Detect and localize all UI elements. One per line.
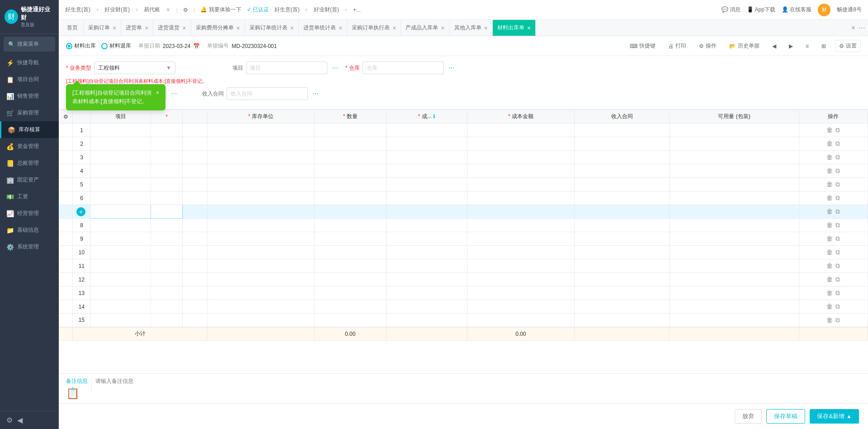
row-copy[interactable]: ⧉	[835, 276, 840, 283]
sidebar-item-payroll[interactable]: 💵 工资	[0, 188, 59, 205]
row-cost-amount[interactable]	[467, 124, 575, 137]
row-delete[interactable]: 🗑	[826, 289, 833, 297]
tab-other-inbound[interactable]: 其他入库单 ×	[450, 20, 493, 36]
topbar-haoyecai[interactable]: 好业财(首)	[104, 6, 130, 14]
project-dots-icon[interactable]: ···	[332, 64, 338, 72]
project-input[interactable]: 项目	[246, 62, 327, 74]
sidebar-item-project[interactable]: 📋 项目合同	[0, 71, 59, 88]
tab-close-incoming[interactable]: ×	[145, 25, 148, 31]
sidebar-item-accounting[interactable]: 📒 总账管理	[0, 155, 59, 172]
topbar-username[interactable]: 畅捷通8号	[837, 6, 862, 14]
topbar-app[interactable]: 📱 App下载	[747, 6, 775, 14]
row-delete[interactable]: 🗑	[826, 140, 833, 148]
tab-purchase-exec[interactable]: 采购订单执行表 ×	[347, 20, 401, 36]
row-delete[interactable]: 🗑	[826, 221, 833, 229]
income-contract-dots-icon[interactable]: ···	[312, 90, 318, 98]
row-project[interactable]	[91, 124, 151, 137]
tab-incoming[interactable]: 进货单 ×	[121, 20, 153, 36]
row-material[interactable]	[151, 124, 182, 137]
notes-input[interactable]	[95, 377, 861, 391]
sidebar-item-purchase[interactable]: 🛒 采购管理	[0, 105, 59, 121]
operate-btn[interactable]: ⚙ 操作	[695, 40, 720, 52]
sidebar-item-basic[interactable]: 📁 基础信息	[0, 222, 59, 238]
row-income-contract[interactable]	[574, 124, 670, 137]
row-delete[interactable]: 🗑	[826, 181, 833, 188]
nav-prev-btn[interactable]: ◀	[769, 41, 780, 51]
row-copy[interactable]: ⧉	[835, 235, 840, 243]
row-input-col1[interactable]	[91, 205, 151, 219]
tab-purchase-order[interactable]: 采购订单 ×	[84, 20, 121, 36]
tab-incoming-stats[interactable]: 进货单统计表 ×	[299, 20, 347, 36]
tab-home[interactable]: 首页	[61, 20, 84, 36]
row-copy[interactable]: ⧉	[835, 248, 840, 256]
income-contract-input[interactable]: 收入合同	[226, 87, 308, 100]
sidebar-item-system[interactable]: ⚙️ 系统管理	[0, 238, 59, 255]
sidebar-item-finance[interactable]: 💰 资金管理	[0, 138, 59, 155]
tab-close-all[interactable]: ×	[851, 24, 855, 32]
save-draft-btn[interactable]: 保存草稿	[766, 409, 805, 424]
row-copy[interactable]: ⧉	[835, 153, 840, 161]
tab-close-purchase-expense[interactable]: ×	[236, 25, 240, 31]
row-input-col2[interactable]	[151, 205, 182, 219]
save-new-btn[interactable]: 保存&新增 ▲	[810, 409, 859, 424]
col-settings[interactable]: ⚙	[59, 110, 73, 124]
tab-close-material-outbound[interactable]: ×	[527, 25, 531, 31]
row-copy[interactable]: ⧉	[835, 262, 840, 270]
row-copy[interactable]: ⧉	[835, 208, 840, 215]
settings-icon[interactable]: ⚙	[6, 416, 13, 424]
row-delete[interactable]: 🗑	[826, 235, 833, 243]
business-type-input[interactable]: 工程领料 ▼	[94, 62, 175, 74]
row-copy[interactable]: ⧉	[835, 181, 840, 188]
tab-close-finished-goods[interactable]: ×	[441, 25, 444, 31]
row-delete[interactable]: 🗑	[826, 316, 833, 324]
sidebar-item-sales[interactable]: 📊 销售管理	[0, 88, 59, 105]
row-quantity[interactable]	[314, 124, 386, 137]
topbar-more[interactable]: +...	[353, 7, 361, 13]
print-btn[interactable]: 🖨 打印	[665, 40, 690, 52]
topbar-service[interactable]: 👤 在线客服	[782, 6, 811, 14]
tab-close-purchase-order[interactable]: ×	[113, 25, 116, 31]
warehouse-input[interactable]: 仓库	[363, 62, 444, 74]
row-delete[interactable]: 🗑	[826, 303, 833, 310]
cost-info-icon[interactable]: ℹ	[433, 113, 435, 119]
row-copy[interactable]: ⧉	[835, 316, 840, 324]
sidebar-item-assets[interactable]: 🏢 固定资产	[0, 172, 59, 188]
sidebar-item-inventory[interactable]: 📦 库存核算	[0, 121, 59, 138]
row-available[interactable]	[670, 124, 799, 137]
radio-material-return[interactable]: 材料退库	[101, 42, 131, 50]
row-copy[interactable]: ⧉	[835, 221, 840, 229]
nav-next-btn[interactable]: ▶	[785, 41, 797, 51]
agent-dots-icon[interactable]: ···	[171, 90, 177, 98]
tooltip-close[interactable]: ×	[156, 89, 159, 97]
row-delete[interactable]: 🗑	[826, 153, 833, 161]
tab-close-incoming-stats[interactable]: ×	[339, 25, 342, 31]
tab-close-purchase-stats[interactable]: ×	[290, 25, 294, 31]
view-list-btn[interactable]: ≡	[802, 41, 812, 51]
topbar-haoshengyi2[interactable]: 好生意(首)	[274, 6, 300, 14]
tab-expand[interactable]: ⋯	[858, 24, 865, 32]
tab-close-incoming-return[interactable]: ×	[182, 25, 186, 31]
shortcut-btn[interactable]: ⌨ 快捷键	[626, 40, 659, 52]
tab-finished-goods[interactable]: 产成品入库单 ×	[401, 20, 449, 36]
row-spec[interactable]	[183, 124, 208, 137]
row-copy[interactable]: ⧉	[835, 167, 840, 175]
row-unit[interactable]	[208, 124, 315, 137]
view-grid-btn[interactable]: ⊞	[818, 41, 830, 51]
radio-material-outbound[interactable]: 材料出库	[66, 42, 96, 50]
topbar-haoshengyi[interactable]: 好生意(首)	[65, 6, 90, 14]
topbar-try[interactable]: 🔔 我要体验一下	[200, 6, 241, 14]
tab-purchase-expense[interactable]: 采购费用分摊单 ×	[191, 20, 245, 36]
row-delete[interactable]: 🗑	[826, 194, 833, 202]
row-delete[interactable]: 🗑	[826, 167, 833, 175]
topbar-haoyecai2[interactable]: 好业财(首)	[314, 6, 339, 14]
tab-material-outbound[interactable]: 材料出库单 ×	[493, 20, 536, 36]
row-copy[interactable]: ⧉	[835, 194, 840, 202]
row-cost[interactable]	[386, 124, 467, 137]
topbar-avatar[interactable]: 财	[818, 4, 830, 16]
topbar-message[interactable]: 💬 消息	[722, 6, 741, 14]
topbar-yidaizhang[interactable]: 易代账	[144, 6, 160, 14]
discard-btn[interactable]: 放弃	[735, 409, 762, 424]
tab-close-other-inbound[interactable]: ×	[484, 25, 488, 31]
search-menu[interactable]: 🔍 搜索菜单	[4, 37, 55, 52]
row-copy[interactable]: ⧉	[835, 140, 840, 148]
